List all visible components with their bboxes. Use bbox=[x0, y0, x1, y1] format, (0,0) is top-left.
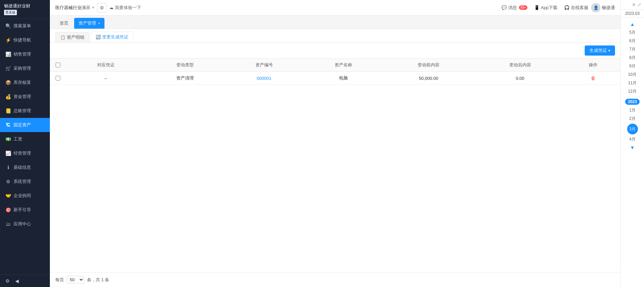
topnav: 医疗器械行业演示 ▾ ⚙ ☁ 我要体验一下 💬 消息 99+ 📱 App下载 🎧… bbox=[50, 0, 620, 15]
col-change-type: 变动类型 bbox=[145, 59, 224, 72]
col-voucher: 对应凭证 bbox=[66, 59, 145, 72]
row-before: 50,000.00 bbox=[383, 72, 474, 85]
timeline-divider bbox=[625, 97, 640, 97]
collapse-icon[interactable]: ◀ bbox=[15, 278, 19, 284]
customer-service-action[interactable]: 🎧 在线客服 bbox=[564, 5, 588, 11]
sidebar-item-operations[interactable]: 📈 经营管理 bbox=[0, 146, 50, 160]
page-content: 📋 资产明细 🔄 变更生成凭证 生成凭证 ▾ bbox=[50, 29, 620, 287]
quicknav-icon: ⚡ bbox=[5, 37, 11, 43]
active-month-container: 3月 bbox=[622, 124, 643, 134]
col-asset-name: 资产名称 bbox=[304, 59, 383, 72]
sidebar-item-system[interactable]: ⚙ 系统管理 bbox=[0, 174, 50, 189]
sidebar-item-collab[interactable]: 🤝 企业协同 bbox=[0, 189, 50, 203]
tab-asset-list[interactable]: 📋 资产明细 bbox=[55, 32, 89, 42]
gear-icon: ⚙ bbox=[100, 5, 104, 10]
cloud-icon: ☁ bbox=[109, 5, 114, 10]
timeline-month-2[interactable]: 2月 bbox=[622, 115, 643, 123]
timeline-month-1[interactable]: 1月 bbox=[622, 106, 643, 115]
timeline-month-12[interactable]: 12月 bbox=[622, 87, 643, 96]
ledger-icon: 📒 bbox=[5, 108, 11, 114]
per-page-select[interactable]: 10 20 50 100 bbox=[67, 276, 84, 284]
message-action[interactable]: 💬 消息 99+ bbox=[501, 5, 527, 11]
company-chevron: ▾ bbox=[92, 5, 94, 10]
right-panel: ✕ ⤢ 2023.03 ▲ 5月 6月 7月 8月 9月 10月 11月 12月… bbox=[620, 0, 644, 287]
settings-button[interactable]: ⚙ bbox=[97, 3, 106, 12]
timeline-month-7[interactable]: 7月 bbox=[622, 45, 643, 54]
right-panel-header: ✕ ⤢ bbox=[621, 0, 644, 10]
finance-icon: 💰 bbox=[5, 94, 11, 99]
main-area: 医疗器械行业演示 ▾ ⚙ ☁ 我要体验一下 💬 消息 99+ 📱 App下载 🎧… bbox=[50, 0, 620, 287]
timeline-month-6[interactable]: 6月 bbox=[622, 37, 643, 45]
col-checkbox[interactable] bbox=[50, 59, 66, 72]
row-checkbox-cell[interactable] bbox=[50, 72, 66, 85]
sidebar-item-search[interactable]: 🔍 搜索菜单 bbox=[0, 19, 50, 33]
sidebar-item-sales[interactable]: 📊 销售管理 bbox=[0, 47, 50, 61]
table-wrapper: 对应凭证 变动类型 资产编号 资产名称 变动前内容 变动后内容 操作 bbox=[50, 59, 620, 272]
content-toolbar: 生成凭证 ▾ bbox=[50, 43, 620, 59]
sidebar-item-finance[interactable]: 💰 资金管理 bbox=[0, 90, 50, 104]
timeline-month-5[interactable]: 5月 bbox=[622, 28, 643, 37]
row-asset-no[interactable]: 000001 bbox=[224, 72, 304, 85]
chevron-up-icon: ▲ bbox=[630, 22, 635, 27]
right-panel-expand-icon[interactable]: ⤢ bbox=[637, 2, 641, 7]
row-after: 0.00 bbox=[474, 72, 565, 85]
tab-asset-mgmt[interactable]: 资产管理 × bbox=[74, 18, 104, 29]
timeline: ▲ 5月 6月 7月 8月 9月 10月 11月 12月 2023 1月 2月 … bbox=[621, 18, 644, 287]
content-tabs: 📋 资产明细 🔄 变更生成凭证 bbox=[50, 29, 620, 43]
tab-home[interactable]: 首页 bbox=[55, 18, 73, 29]
sidebar-item-inventory[interactable]: 📦 库存核算 bbox=[0, 75, 50, 90]
row-checkbox[interactable] bbox=[56, 76, 60, 81]
app-download-action[interactable]: 📱 App下载 bbox=[534, 5, 557, 11]
app-logo: 畅捷通好业财 普及版 bbox=[0, 0, 50, 19]
tab-change-voucher[interactable]: 🔄 变更生成凭证 bbox=[91, 32, 133, 42]
timeline-month-3-active[interactable]: 3月 bbox=[627, 124, 638, 134]
basicinfo-icon: ℹ bbox=[5, 165, 11, 170]
timeline-nav-up[interactable]: ▲ bbox=[622, 20, 643, 28]
sales-icon: 📊 bbox=[5, 52, 11, 57]
settings-bottom-icon[interactable]: ⚙ bbox=[5, 278, 10, 284]
generate-voucher-button[interactable]: 生成凭证 ▾ bbox=[585, 45, 615, 56]
message-icon: 💬 bbox=[501, 5, 507, 10]
sidebar-item-purchase[interactable]: 🛒 采购管理 bbox=[0, 61, 50, 75]
system-icon: ⚙ bbox=[5, 179, 11, 184]
sidebar-item-quicknav[interactable]: ⚡ 快捷导航 bbox=[0, 33, 50, 47]
tab-close-icon[interactable]: × bbox=[98, 21, 100, 25]
timeline-nav-down[interactable]: ▼ bbox=[622, 144, 643, 152]
user-menu[interactable]: 👤 畅捷通 bbox=[591, 3, 615, 12]
year-badge-container: 2023 bbox=[622, 99, 643, 105]
inventory-icon: 📦 bbox=[5, 80, 11, 85]
sidebar-item-payroll[interactable]: 💵 工资 bbox=[0, 132, 50, 146]
row-voucher: -- bbox=[66, 72, 145, 85]
asset-table: 对应凭证 变动类型 资产编号 资产名称 变动前内容 变动后内容 操作 bbox=[50, 59, 620, 85]
timeline-month-4[interactable]: 4月 bbox=[622, 135, 643, 144]
timeline-header-year: 2023.03 bbox=[621, 10, 644, 18]
mobile-icon: 📱 bbox=[534, 5, 540, 10]
chevron-down-icon: ▼ bbox=[630, 145, 635, 150]
col-after: 变动后内容 bbox=[474, 59, 565, 72]
app-badge: 普及版 bbox=[4, 10, 17, 15]
right-panel-close-icon[interactable]: ✕ bbox=[632, 2, 636, 7]
timeline-month-10[interactable]: 10月 bbox=[622, 70, 643, 79]
username: 畅捷通 bbox=[602, 5, 615, 11]
sidebar-item-ledger[interactable]: 📒 总账管理 bbox=[0, 104, 50, 118]
company-selector[interactable]: 医疗器械行业演示 ▾ bbox=[55, 5, 94, 11]
table-row: -- 资产清理 000001 电脑 50,000.00 0.00 🗑 bbox=[50, 72, 620, 85]
row-action-cell: 🗑 bbox=[566, 72, 620, 85]
timeline-month-8[interactable]: 8月 bbox=[622, 54, 643, 62]
sidebar-item-fixedassets[interactable]: 🏗 固定资产 bbox=[0, 118, 50, 132]
sidebar-item-basicinfo[interactable]: ℹ 基础信息 bbox=[0, 160, 50, 174]
row-asset-name: 电脑 bbox=[304, 72, 383, 85]
timeline-month-9[interactable]: 9月 bbox=[622, 62, 643, 70]
row-change-type: 资产清理 bbox=[145, 72, 224, 85]
select-all-checkbox[interactable] bbox=[56, 63, 60, 67]
list-icon: 📋 bbox=[60, 35, 65, 40]
app-name: 畅捷通好业财 bbox=[4, 3, 30, 9]
timeline-month-11[interactable]: 11月 bbox=[622, 79, 643, 87]
year-badge[interactable]: 2023 bbox=[625, 99, 640, 105]
avatar: 👤 bbox=[591, 3, 601, 12]
sidebar-item-guide[interactable]: 🎯 新手引导 bbox=[0, 203, 50, 217]
sidebar-item-appstore[interactable]: 🗂 应用中心 bbox=[0, 217, 50, 231]
delete-icon[interactable]: 🗑 bbox=[591, 75, 595, 81]
sidebar-nav: 🔍 搜索菜单 ⚡ 快捷导航 📊 销售管理 🛒 采购管理 📦 库存核算 💰 资金管… bbox=[0, 19, 50, 275]
experience-button[interactable]: ☁ 我要体验一下 bbox=[109, 5, 141, 11]
